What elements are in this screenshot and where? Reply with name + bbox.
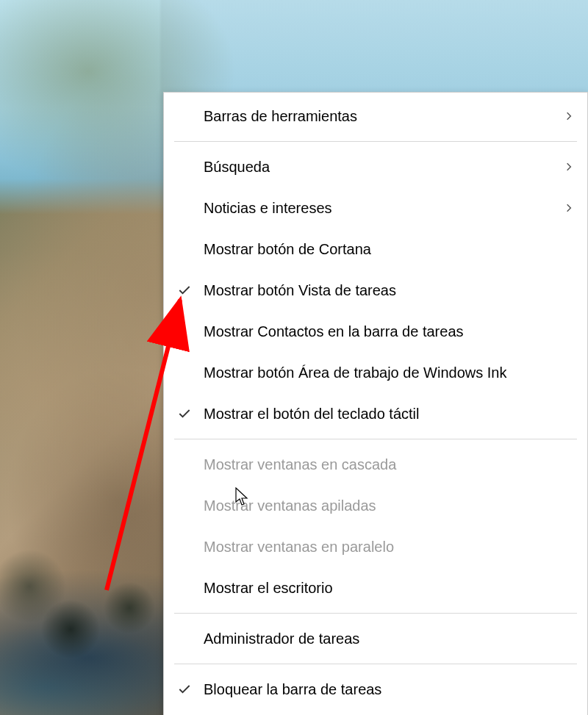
check-icon	[177, 406, 192, 421]
menu-item[interactable]: Mostrar botón Vista de tareas	[164, 270, 587, 311]
menu-item: Mostrar ventanas en paralelo	[164, 526, 587, 567]
menu-item-label: Mostrar botón de Cortana	[204, 241, 559, 258]
chevron-right-icon	[564, 162, 574, 172]
check-icon	[177, 283, 192, 298]
menu-item-label: Mostrar el botón del teclado táctil	[204, 406, 559, 423]
menu-item-label: Mostrar Contactos en la barra de tareas	[204, 323, 559, 340]
menu-item-arrow-slot	[559, 203, 574, 213]
menu-item-label: Noticias e intereses	[204, 200, 559, 217]
menu-item: Mostrar ventanas en cascada	[164, 444, 587, 485]
menu-item[interactable]: Barras de herramientas	[164, 96, 587, 137]
chevron-right-icon	[564, 111, 574, 121]
menu-item-arrow-slot	[559, 111, 574, 121]
menu-item-label: Barras de herramientas	[204, 108, 559, 125]
menu-item-label: Mostrar ventanas en cascada	[204, 456, 559, 473]
menu-separator	[174, 439, 577, 439]
menu-item-label: Búsqueda	[204, 159, 559, 176]
menu-item-icon-slot	[177, 283, 204, 298]
taskbar-context-menu: Barras de herramientasBúsquedaNoticias e…	[163, 92, 588, 715]
menu-item[interactable]: Mostrar Contactos en la barra de tareas	[164, 311, 587, 352]
menu-separator	[174, 664, 577, 664]
menu-item-label: Mostrar ventanas apiladas	[204, 497, 559, 514]
menu-item[interactable]: Mostrar botón Área de trabajo de Windows…	[164, 352, 587, 393]
menu-separator	[174, 613, 577, 614]
menu-item-icon-slot	[177, 406, 204, 421]
menu-item-label: Bloquear la barra de tareas	[204, 681, 559, 698]
menu-item[interactable]: Administrador de tareas	[164, 618, 587, 659]
menu-item[interactable]: Noticias e intereses	[164, 187, 587, 229]
check-icon	[177, 682, 192, 697]
menu-item[interactable]: Mostrar botón de Cortana	[164, 229, 587, 270]
menu-item[interactable]: Búsqueda	[164, 146, 587, 187]
menu-item-label: Mostrar el escritorio	[204, 580, 559, 597]
menu-item[interactable]: Bloquear la barra de tareas	[164, 669, 587, 710]
menu-item: Mostrar ventanas apiladas	[164, 485, 587, 526]
menu-item-icon-slot	[177, 682, 204, 697]
menu-item-label: Mostrar botón Área de trabajo de Windows…	[204, 364, 559, 381]
menu-separator	[174, 141, 577, 142]
menu-item-label: Mostrar ventanas en paralelo	[204, 539, 559, 556]
menu-item[interactable]: Configuración de la barra de tareas	[164, 710, 587, 715]
menu-item[interactable]: Mostrar el botón del teclado táctil	[164, 393, 587, 434]
chevron-right-icon	[564, 203, 574, 213]
menu-item-label: Administrador de tareas	[204, 630, 559, 647]
menu-item-arrow-slot	[559, 162, 574, 172]
menu-item[interactable]: Mostrar el escritorio	[164, 567, 587, 608]
menu-item-label: Mostrar botón Vista de tareas	[204, 282, 559, 299]
